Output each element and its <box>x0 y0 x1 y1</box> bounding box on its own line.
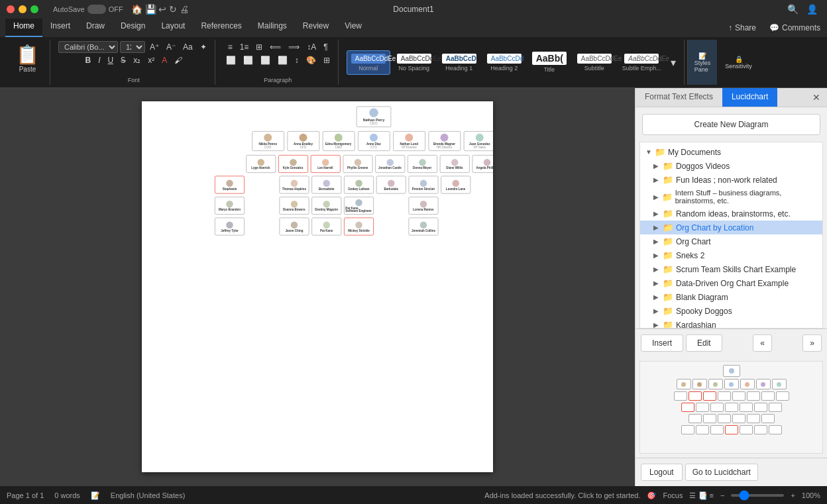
font-row-2: B I U S̶ x₂ x² A 🖌 <box>83 54 186 66</box>
document-page[interactable]: Nathan Perry CEO Legend Open Position Ne… <box>142 101 493 472</box>
sort-button[interactable]: ↕A <box>304 41 319 53</box>
minimize-button[interactable] <box>19 5 27 13</box>
tree-item-scrum[interactable]: ▶ 📁 Scrum Team Skills Chart Example <box>640 262 822 276</box>
change-case-button[interactable]: Aa <box>180 41 195 53</box>
font-size-select[interactable]: 12 <box>120 41 145 53</box>
justify-button[interactable]: ⬜ <box>275 54 290 66</box>
create-new-diagram-button[interactable]: Create New Diagram <box>642 114 820 135</box>
tree-item-sneks[interactable]: ▶ 📁 Sneks 2 <box>640 248 822 262</box>
tree-item-label: Data-Driven Org Chart Example <box>676 279 789 288</box>
next-button[interactable]: » <box>802 334 822 352</box>
align-left-button[interactable]: ⬜ <box>223 54 239 66</box>
window-controls[interactable] <box>7 5 38 13</box>
user-icon[interactable]: 👤 <box>804 3 820 16</box>
styles-pane-button[interactable]: 📝 StylesPane <box>687 40 718 85</box>
tab-review[interactable]: Review <box>295 19 337 37</box>
tree-item-kardashian[interactable]: ▶ 📁 Kardashian <box>640 318 822 328</box>
tab-view[interactable]: View <box>337 19 370 37</box>
tab-design[interactable]: Design <box>113 19 153 37</box>
subscript-button[interactable]: x₂ <box>131 54 143 66</box>
outdent-button[interactable]: ⟸ <box>267 41 284 53</box>
language[interactable]: English (United States) <box>111 491 186 499</box>
shrink-font-button[interactable]: A⁻ <box>164 41 178 53</box>
multilevel-button[interactable]: ⊞ <box>253 41 265 53</box>
bold-button[interactable]: B <box>83 54 94 66</box>
panel-tab-format[interactable]: Format Text Effects <box>635 88 722 107</box>
styles-more-button[interactable]: ▾ <box>668 55 679 70</box>
panel-tab-lucidchart[interactable]: Lucidchart <box>722 88 777 107</box>
tree-item-doggos[interactable]: ▶ 📁 Doggos Videos <box>640 159 822 173</box>
folder-icon: 📁 <box>663 161 673 171</box>
font-color-button[interactable]: A <box>159 54 170 66</box>
tree-item-org-location[interactable]: ▶ 📁 Org Chart by Location <box>640 221 822 234</box>
tree-item-random[interactable]: ▶ 📁 Random ideas, brainstorms, etc. <box>640 207 822 221</box>
tab-home[interactable]: Home <box>5 19 42 37</box>
tab-draw[interactable]: Draw <box>78 19 113 37</box>
style-no-spacing[interactable]: AaBbCcDdEe No Spacing <box>393 51 435 74</box>
tree-item-label: Fun Ideas ; non-work related <box>676 176 777 185</box>
style-heading2[interactable]: AaBbCcDd Heading 2 <box>483 51 525 74</box>
italic-button[interactable]: I <box>95 54 103 66</box>
addin-message[interactable]: Add-ins loaded successfully. Click to ge… <box>484 491 640 499</box>
zoom-out-icon[interactable]: − <box>720 491 724 499</box>
comments-button[interactable]: 💬 Comments <box>763 19 827 37</box>
autosave-area[interactable]: AutoSave OFF 🏠 💾 ↩ ↻ 🖨 <box>53 4 189 15</box>
edit-button[interactable]: Edit <box>686 334 722 352</box>
highlight-button[interactable]: 🖌 <box>172 54 185 66</box>
style-normal[interactable]: AaBbCcDdEe Normal <box>347 50 390 75</box>
style-heading1[interactable]: AaBbCcD Heading 1 <box>438 51 480 74</box>
zoom-slider[interactable] <box>731 494 784 497</box>
paste-button[interactable]: 📋 Paste <box>11 41 44 76</box>
borders-button[interactable]: ⊞ <box>321 54 333 66</box>
maximize-button[interactable] <box>30 5 38 13</box>
search-icon[interactable]: 🔍 <box>785 3 801 16</box>
indent-button[interactable]: ⟹ <box>286 41 302 53</box>
prev-button[interactable]: « <box>753 334 772 352</box>
bullets-button[interactable]: ≡ <box>225 41 235 53</box>
zoom-level: 100% <box>802 491 820 499</box>
nav-icons[interactable]: 🏠 💾 ↩ ↻ 🖨 <box>131 4 190 15</box>
grow-font-button[interactable]: A⁺ <box>147 41 162 53</box>
tree-item-intern[interactable]: ▶ 📁 Intern Stuff – business diagrams, br… <box>640 187 822 207</box>
tab-insert[interactable]: Insert <box>42 19 78 37</box>
title-bar-actions[interactable]: 🔍 👤 <box>785 3 820 16</box>
logout-button[interactable]: Logout <box>641 464 683 481</box>
panel-close-button[interactable]: ✕ <box>806 88 827 107</box>
style-subtitle[interactable]: AaBbCcDdEe Subtitle <box>573 51 616 74</box>
align-center-button[interactable]: ⬜ <box>241 54 256 66</box>
focus-icon[interactable]: 🎯 <box>647 491 656 500</box>
tab-layout[interactable]: Layout <box>153 19 193 37</box>
autosave-toggle[interactable] <box>87 5 106 14</box>
tree-item-label: Sneks 2 <box>676 251 704 260</box>
style-title[interactable]: AaBb( Title <box>528 49 571 76</box>
numbered-button[interactable]: 1≡ <box>237 41 252 53</box>
go-to-lucidchart-button[interactable]: Go to Lucidchart <box>685 464 758 481</box>
strikethrough-button[interactable]: S̶ <box>118 54 129 66</box>
sensitivity-button[interactable]: 🔒 Sensitivity <box>720 40 757 85</box>
font-name-select[interactable]: Calibri (Bo... <box>58 41 118 53</box>
tree-item-orgchart[interactable]: ▶ 📁 Org Chart <box>640 234 822 248</box>
tree-item-data-driven[interactable]: ▶ 📁 Data-Driven Org Chart Example <box>640 276 822 290</box>
line-spacing-button[interactable]: ↕ <box>292 54 302 66</box>
tab-mailings[interactable]: Mailings <box>250 19 295 37</box>
shading-button[interactable]: 🎨 <box>303 54 319 66</box>
zoom-in-icon[interactable]: + <box>791 491 795 499</box>
show-formatting-button[interactable]: ¶ <box>321 41 330 53</box>
tree-item-fun[interactable]: ▶ 📁 Fun Ideas ; non-work related <box>640 173 822 187</box>
tree-root[interactable]: ▼ 📁 My Documents <box>640 145 822 159</box>
align-right-button[interactable]: ⬜ <box>258 54 273 66</box>
tree-item-spooky[interactable]: ▶ 📁 Spooky Doggos <box>640 304 822 318</box>
insert-button[interactable]: Insert <box>641 334 683 352</box>
focus-label[interactable]: Focus <box>663 491 683 499</box>
underline-button[interactable]: U <box>105 54 117 66</box>
close-button[interactable] <box>7 5 15 13</box>
style-subtle-emph[interactable]: AaBbCcDdEe Subtle Emph... <box>618 51 665 74</box>
proofread-icon[interactable]: 📝 <box>91 491 100 500</box>
tab-references[interactable]: References <box>193 19 249 37</box>
superscript-button[interactable]: x² <box>145 54 157 66</box>
share-button[interactable]: ↑ Share <box>722 19 763 37</box>
item-chevron-icon: ▶ <box>653 266 660 273</box>
tree-item-blank[interactable]: ▶ 📁 Blank Diagram <box>640 290 822 304</box>
clear-format-button[interactable]: ✦ <box>197 41 209 53</box>
view-icons[interactable]: ☰ 📑 ≡ <box>689 491 714 500</box>
